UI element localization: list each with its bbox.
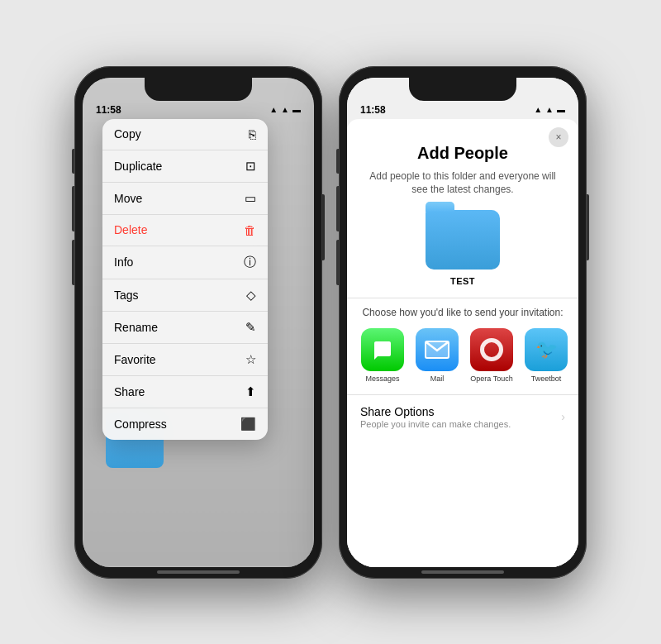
menu-item-tags[interactable]: Tags ◇ bbox=[102, 279, 268, 312]
menu-item-share-label: Share bbox=[114, 385, 145, 398]
menu-item-move-label: Move bbox=[114, 192, 142, 205]
folder-shape bbox=[426, 210, 500, 270]
battery-icon-2: ▬ bbox=[557, 105, 565, 114]
menu-item-copy[interactable]: Copy ⎘ bbox=[102, 119, 268, 150]
share-options-row[interactable]: Share Options People you invite can make… bbox=[347, 394, 578, 439]
copy-icon: ⎘ bbox=[249, 127, 256, 141]
compress-icon: ⬛ bbox=[240, 417, 256, 432]
phone2-screen: 11:58 ▲ ▲ ▬ ‹ Search × Add People Add pe… bbox=[347, 78, 578, 567]
wifi-icon-2: ▲ bbox=[545, 105, 554, 114]
notch bbox=[145, 78, 252, 101]
signal-icon-1: ▲ bbox=[269, 105, 278, 114]
rename-icon: ✎ bbox=[245, 320, 256, 335]
folder-label: TEST bbox=[450, 276, 475, 286]
app-messages[interactable]: Messages bbox=[360, 328, 405, 383]
menu-item-rename-label: Rename bbox=[114, 321, 158, 334]
delete-icon: 🗑 bbox=[244, 223, 256, 237]
opera-touch-label: Opera Touch bbox=[470, 374, 512, 383]
menu-item-move[interactable]: Move ▭ bbox=[102, 183, 268, 215]
opera-touch-icon bbox=[470, 328, 513, 371]
menu-item-compress-label: Compress bbox=[114, 417, 167, 431]
phone-2: 11:58 ▲ ▲ ▬ ‹ Search × Add People Add pe… bbox=[339, 66, 587, 579]
close-icon: × bbox=[555, 131, 561, 143]
mail-label: Mail bbox=[430, 374, 445, 383]
notch-2 bbox=[409, 78, 516, 101]
share-options-title: Share Options bbox=[360, 405, 511, 418]
tweetbot-label: Tweetbot bbox=[531, 374, 562, 383]
battery-icon-1: ▬ bbox=[292, 105, 301, 114]
share-apps-row: Messages Mail Op bbox=[347, 328, 578, 383]
menu-item-delete[interactable]: Delete 🗑 bbox=[102, 215, 268, 246]
time-2: 11:58 bbox=[360, 104, 386, 116]
status-icons-2: ▲ ▲ ▬ bbox=[534, 105, 565, 114]
share-options-left: Share Options People you invite can make… bbox=[360, 405, 511, 429]
menu-item-info-label: Info bbox=[114, 255, 133, 269]
home-bar-1 bbox=[157, 570, 240, 574]
mail-icon bbox=[416, 328, 459, 371]
sheet-folder: TEST bbox=[347, 210, 578, 286]
messages-label: Messages bbox=[365, 374, 399, 383]
sheet-subtitle: Add people to this folder and everyone w… bbox=[364, 169, 562, 198]
menu-item-rename[interactable]: Rename ✎ bbox=[102, 312, 268, 344]
info-icon: ⓘ bbox=[244, 255, 256, 270]
share-icon: ⬆ bbox=[245, 384, 256, 399]
home-bar-2 bbox=[421, 570, 504, 574]
messages-icon bbox=[361, 328, 404, 371]
menu-item-info[interactable]: Info ⓘ bbox=[102, 246, 268, 279]
app-tweetbot[interactable]: 🐦 Tweetbot bbox=[524, 328, 568, 383]
menu-item-favorite-label: Favorite bbox=[114, 353, 156, 366]
menu-item-delete-label: Delete bbox=[114, 223, 147, 236]
context-menu: Copy ⎘ Duplicate ⊡ Move ▭ Delete 🗑 Info … bbox=[102, 119, 268, 440]
menu-item-duplicate-label: Duplicate bbox=[114, 160, 162, 173]
menu-item-duplicate[interactable]: Duplicate ⊡ bbox=[102, 150, 268, 183]
phone1-screen: 11:58 ▲ ▲ ▬ ‹ Search Copy ⎘ Duplicate ⊡ … bbox=[83, 78, 314, 567]
phone-1: 11:58 ▲ ▲ ▬ ‹ Search Copy ⎘ Duplicate ⊡ … bbox=[74, 66, 322, 579]
app-mail[interactable]: Mail bbox=[415, 328, 459, 383]
menu-item-favorite[interactable]: Favorite ☆ bbox=[102, 344, 268, 376]
sheet-title: Add People bbox=[347, 144, 578, 163]
duplicate-icon: ⊡ bbox=[245, 159, 256, 174]
time-1: 11:58 bbox=[96, 104, 121, 116]
menu-item-share[interactable]: Share ⬆ bbox=[102, 376, 268, 408]
app-opera-touch[interactable]: Opera Touch bbox=[469, 328, 514, 383]
status-icons-1: ▲ ▲ ▬ bbox=[269, 105, 301, 114]
move-icon: ▭ bbox=[245, 191, 256, 206]
choose-text: Choose how you'd like to send your invit… bbox=[347, 307, 578, 318]
menu-item-tags-label: Tags bbox=[114, 289, 139, 302]
menu-item-copy-label: Copy bbox=[114, 127, 141, 141]
menu-item-compress[interactable]: Compress ⬛ bbox=[102, 408, 268, 440]
wifi-icon-1: ▲ bbox=[281, 105, 289, 114]
chevron-right-icon: › bbox=[561, 410, 565, 423]
signal-icon-2: ▲ bbox=[534, 105, 542, 114]
add-people-sheet: × Add People Add people to this folder a… bbox=[347, 119, 578, 567]
share-options-subtitle: People you invite can make changes. bbox=[360, 419, 511, 429]
tags-icon: ◇ bbox=[246, 288, 256, 303]
divider-1 bbox=[347, 298, 578, 298]
tweetbot-icon: 🐦 bbox=[525, 328, 568, 371]
sheet-close-button[interactable]: × bbox=[549, 127, 568, 147]
favorite-icon: ☆ bbox=[245, 352, 256, 367]
folder-tab bbox=[426, 202, 454, 212]
